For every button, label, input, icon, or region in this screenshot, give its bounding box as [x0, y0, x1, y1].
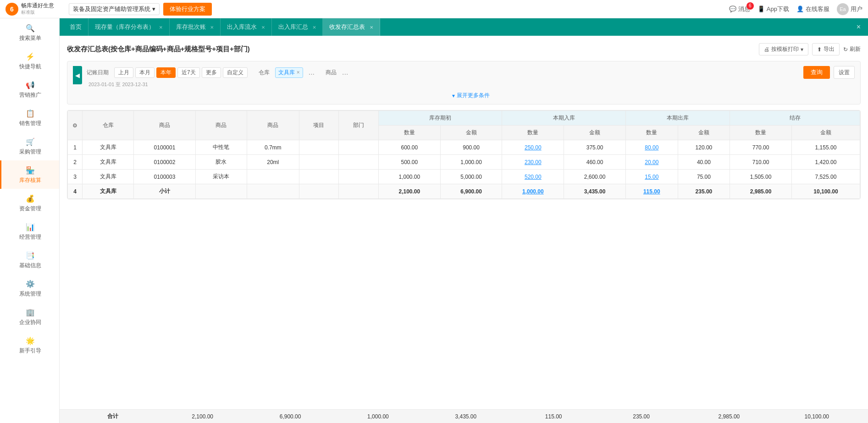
row1-department	[339, 140, 379, 155]
sidebar-item-quick[interactable]: ⚡ 快捷导航	[0, 47, 59, 75]
row1-warehouse: 文具库	[83, 140, 134, 155]
date-btn-this-month[interactable]: 本月	[135, 67, 155, 78]
sidebar-item-operations[interactable]: 📊 经营管理	[0, 217, 59, 246]
sidebar-item-marketing[interactable]: 📢 营销推广	[0, 75, 59, 104]
filter-row-1: 记账日期 上月 本月 本年 近7天 更多 自定义	[87, 66, 855, 79]
refresh-button[interactable]: ↻ 刷新	[843, 45, 861, 53]
row2-code: 0100002	[134, 155, 196, 170]
row2-out-qty[interactable]: 20.00	[626, 155, 678, 170]
operations-icon: 📊	[26, 223, 35, 231]
subtotal-in-qty[interactable]: 1,000.00	[502, 184, 564, 199]
messages-button[interactable]: 💬 消息 6	[729, 5, 750, 13]
tab-recv-send-close[interactable]: ×	[370, 24, 373, 31]
total-opening-amt: 6,900.00	[246, 413, 334, 420]
row3-out-qty[interactable]: 15.00	[626, 170, 678, 184]
sidebar-label-basic: 基础信息	[19, 262, 41, 269]
table-settings-icon: ⚙	[72, 122, 77, 129]
tab-stock-dist[interactable]: 现存量（库存分布表） ×	[88, 18, 170, 36]
print-icon: 🖨	[764, 46, 769, 53]
row3-name: 采访本	[195, 170, 247, 184]
tab-batch-close[interactable]: ×	[210, 24, 214, 31]
tab-stock-dist-close[interactable]: ×	[159, 24, 163, 31]
finance-icon: 💰	[26, 194, 35, 203]
tab-batch[interactable]: 库存批次账 ×	[170, 18, 221, 36]
print-button[interactable]: 🖨 按模板打印 ▾	[759, 43, 808, 55]
sidebar-label-marketing: 营销推广	[19, 91, 41, 99]
sales-icon: 📋	[26, 109, 35, 118]
row1-in-qty[interactable]: 250.00	[502, 140, 564, 155]
date-btn-7days[interactable]: 近7天	[177, 67, 200, 78]
top-header: 6 畅库通好生意 标准版 装备及固定资产辅助管理系统 ▾ 体验行业方案 💬 消息…	[0, 0, 868, 18]
date-btn-this-year[interactable]: 本年	[156, 67, 176, 78]
export-button[interactable]: ⬆ 导出	[812, 43, 840, 55]
opening-qty-header: 数量	[378, 126, 440, 140]
tab-summary-label: 出入库汇总	[278, 23, 308, 31]
row2-balance-amt: 1,420.00	[791, 155, 860, 170]
sidebar-item-basic[interactable]: 📑 基础信息	[0, 246, 59, 274]
header-left: 6 畅库通好生意 标准版 装备及固定资产辅助管理系统 ▾ 体验行业方案	[6, 2, 212, 16]
row2-num: 2	[68, 155, 83, 170]
row1-out-qty[interactable]: 80.00	[626, 140, 678, 155]
app-download-button[interactable]: 📱 App下载	[757, 5, 789, 13]
subtotal-out-qty[interactable]: 115.00	[626, 184, 678, 199]
warehouse-more-btn[interactable]: ...	[309, 68, 315, 77]
subtotal-out-amt: 235.00	[678, 184, 730, 199]
goods-code-col-header: 商品	[134, 111, 196, 140]
service-icon: 👤	[796, 5, 804, 12]
sidebar-item-purchase[interactable]: 🛒 采购管理	[0, 132, 59, 160]
tab-home[interactable]: 首页	[63, 18, 88, 36]
system-title[interactable]: 装备及固定资产辅助管理系统 ▾	[69, 3, 160, 15]
goods-label: 商品	[326, 69, 337, 77]
tab-flow[interactable]: 出入库流水 ×	[221, 18, 272, 36]
online-service-button[interactable]: 👤 在线客服	[796, 5, 829, 13]
date-btn-custom[interactable]: 自定义	[223, 67, 248, 78]
bottom-total-bar: 合计 2,100.00 6,900.00 1,000.00 3,435.00 1…	[60, 409, 868, 423]
system-icon: ⚙️	[26, 280, 35, 288]
warehouse-tag-close[interactable]: ×	[297, 69, 300, 76]
user-area[interactable]: Ea 用户	[837, 3, 862, 15]
row2-in-qty[interactable]: 230.00	[502, 155, 564, 170]
warehouse-tag: 文具库 ×	[275, 67, 303, 78]
sidebar-label-quick: 快捷导航	[19, 63, 41, 71]
subtotal-empty1	[195, 184, 247, 199]
total-in-amt: 3,435.00	[422, 413, 509, 420]
goods-more-btn[interactable]: ...	[342, 68, 348, 77]
purchase-icon: 🛒	[26, 137, 35, 146]
row3-num: 3	[68, 170, 83, 184]
filter-collapse-btn[interactable]: ◀	[73, 66, 82, 84]
experience-button[interactable]: 体验行业方案	[163, 3, 212, 16]
tab-bar-close-all[interactable]: ×	[853, 23, 864, 31]
tab-summary[interactable]: 出入库汇总 ×	[272, 18, 323, 36]
tab-summary-close[interactable]: ×	[313, 24, 316, 31]
date-btn-more[interactable]: 更多	[202, 67, 221, 78]
sidebar-item-enterprise[interactable]: 🏢 企业协同	[0, 302, 59, 331]
sidebar: 🔍 搜索菜单 ⚡ 快捷导航 📢 营销推广 📋 销售管理 🛒 采购管理 🏪 库存核…	[0, 18, 60, 423]
row3-balance-amt: 7,525.00	[791, 170, 860, 184]
sidebar-item-sales[interactable]: 📋 销售管理	[0, 104, 59, 132]
sidebar-item-finance[interactable]: 💰 资金管理	[0, 189, 59, 217]
date-label: 记账日期	[87, 69, 109, 77]
row2-opening-qty: 500.00	[378, 155, 440, 170]
row3-opening-qty: 1,000.00	[378, 170, 440, 184]
settings-col-header[interactable]: ⚙	[68, 111, 83, 140]
settings-button[interactable]: 设置	[834, 66, 855, 79]
query-button[interactable]: 查询	[803, 66, 830, 79]
subtotal-in-amt: 3,435.00	[564, 184, 626, 199]
warehouse-label: 仓库	[259, 69, 270, 77]
sidebar-item-inventory[interactable]: 🏪 库存核算	[0, 160, 59, 189]
expand-conditions-btn[interactable]: ▾ 展开更多条件	[452, 92, 490, 99]
sidebar-item-system[interactable]: ⚙️ 系统管理	[0, 274, 59, 302]
balance-group-header: 结存	[730, 111, 860, 126]
tab-recv-send[interactable]: 收发存汇总表 ×	[323, 18, 380, 36]
row3-in-qty[interactable]: 520.00	[502, 170, 564, 184]
date-shortcuts: 上月 本月 本年 近7天 更多 自定义	[114, 67, 248, 78]
out-amt-header: 金额	[678, 126, 730, 140]
dropdown-icon: ▾	[152, 5, 155, 12]
tab-flow-close[interactable]: ×	[261, 24, 265, 31]
row2-department	[339, 155, 379, 170]
sidebar-item-guide[interactable]: 🌟 新手引导	[0, 331, 59, 359]
date-btn-last-month[interactable]: 上月	[114, 67, 133, 78]
sidebar-item-search[interactable]: 🔍 搜索菜单	[0, 18, 59, 47]
row3-project	[299, 170, 339, 184]
tab-stock-dist-label: 现存量（库存分布表）	[95, 23, 155, 31]
